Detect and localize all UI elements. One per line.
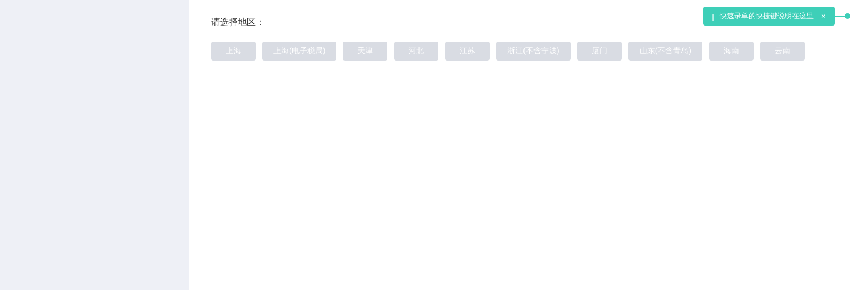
tooltip-text: 快速录单的快捷键说明在这里 [720, 11, 814, 21]
region-buttons-container: 上海上海(电子税局)天津河北江苏浙江(不含宁波)厦门山东(不含青岛)海南云南 [211, 42, 846, 61]
region-button-tianjin[interactable]: 天津 [343, 42, 387, 61]
region-button-jiangsu[interactable]: 江苏 [445, 42, 490, 61]
region-button-hainan[interactable]: 海南 [709, 42, 754, 61]
region-button-shanghai[interactable]: 上海 [211, 42, 256, 61]
tooltip-line [834, 16, 845, 17]
region-button-zhejiang[interactable]: 浙江(不含宁波) [496, 42, 570, 61]
region-button-hebei[interactable]: 河北 [394, 42, 438, 61]
tooltip-banner: 快速录单的快捷键说明在这里 × [703, 7, 835, 26]
main-content: 请选择地区： 上海上海(电子税局)天津河北江苏浙江(不含宁波)厦门山东(不含青岛… [189, 0, 868, 290]
region-button-shanghai-etax[interactable]: 上海(电子税局) [262, 42, 336, 61]
region-button-xiamen[interactable]: 厦门 [577, 42, 622, 61]
sidebar [0, 0, 189, 290]
region-button-shandong[interactable]: 山东(不含青岛) [628, 42, 702, 61]
region-button-yunnan[interactable]: 云南 [760, 42, 805, 61]
tooltip-close-button[interactable]: × [821, 12, 826, 21]
tooltip-dot [845, 13, 850, 19]
